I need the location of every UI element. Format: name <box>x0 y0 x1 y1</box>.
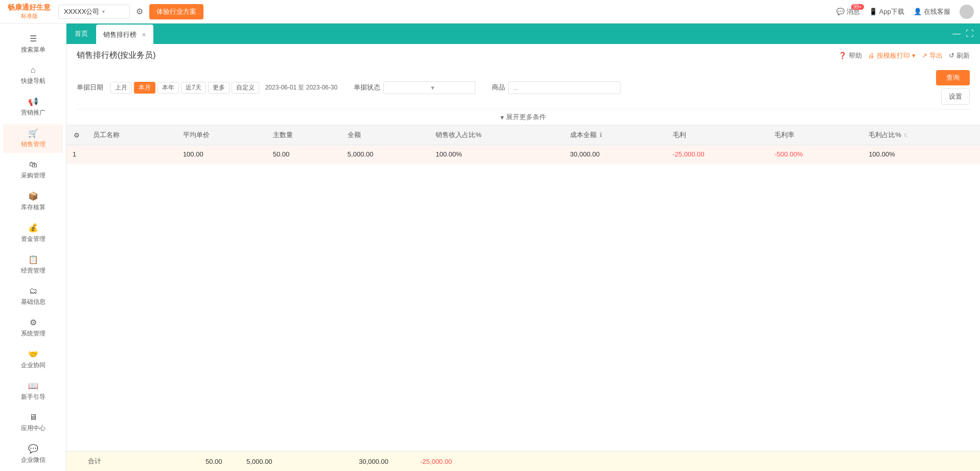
tab-sales-ranking[interactable]: 销售排行榜 ✕ <box>96 25 153 45</box>
sidebar-item-wechat[interactable]: 💬 企业微信 <box>3 440 63 468</box>
cell-rank: 1 <box>66 145 87 164</box>
search-menu-icon: ☰ <box>30 34 37 43</box>
sidebar-item-inventory[interactable]: 📦 库存核算 <box>3 187 63 216</box>
date-btn-last-month[interactable]: 上月 <box>110 82 132 94</box>
date-filter-group: 上月 本月 本年 近7天 更多 自定义 <box>110 82 259 94</box>
date-range-display: 2023-06-01 至 2023-06-30 <box>265 83 337 92</box>
app-download-button[interactable]: 📱 App下载 <box>869 7 904 16</box>
date-btn-this-month[interactable]: 本月 <box>134 82 155 94</box>
download-icon: 📱 <box>869 8 877 15</box>
expand-icon: ▾ <box>500 114 504 121</box>
avatar[interactable] <box>960 5 974 19</box>
company-name: XXXXX公司 <box>64 7 99 16</box>
sidebar: ☰ 搜索菜单 ⌂ 快捷导航 📢 营销推广 🛒 销售管理 🛍 采购管理 <box>0 24 66 471</box>
tab-home[interactable]: 首页 <box>66 24 96 44</box>
expand-more-button[interactable]: ▾ 展开更多条件 <box>500 113 546 122</box>
status-label: 单据状态 <box>354 83 380 92</box>
sidebar-item-system[interactable]: ⚙ 系统管理 <box>3 313 63 342</box>
sidebar-item-guide[interactable]: 📖 新手引导 <box>3 377 63 406</box>
messages-button[interactable]: 💬 消息 99+ <box>836 7 860 16</box>
footer-label: 合计 <box>73 457 165 466</box>
help-button[interactable]: ❓ 帮助 <box>838 51 862 60</box>
date-btn-this-year[interactable]: 本年 <box>157 82 179 94</box>
print-chevron-icon: ▾ <box>912 52 916 59</box>
trial-button[interactable]: 体验行业方案 <box>149 4 203 19</box>
cell-sales-pct: 100.00% <box>429 145 564 164</box>
refresh-button[interactable]: ↺ 刷新 <box>949 51 970 60</box>
sidebar-item-finance[interactable]: 💰 资金管理 <box>3 219 63 248</box>
basics-icon: 🗂 <box>29 286 37 296</box>
app-subtitle: 标准版 <box>21 12 38 20</box>
cell-gross-rate: -500.00% <box>768 145 862 164</box>
inventory-icon: 📦 <box>28 191 38 201</box>
chevron-down-icon: ▾ <box>102 9 105 14</box>
purchase-icon: 🛍 <box>29 160 37 169</box>
wechat-icon: 💬 <box>28 444 38 454</box>
app-logo: 畅康通好生意 标准版 <box>6 3 52 20</box>
col-main-qty: 主数量 <box>267 125 341 145</box>
appcenter-icon: 🖥 <box>29 413 37 422</box>
date-btn-custom[interactable]: 自定义 <box>232 82 259 94</box>
sidebar-item-marketing[interactable]: 📢 营销推广 <box>3 93 63 121</box>
col-cost: 成本全额 ℹ <box>564 125 666 145</box>
print-button[interactable]: 🖨 按模板打印 ▾ <box>868 51 916 60</box>
page-title: 销售排行榜(按业务员) <box>77 50 156 61</box>
table-footer: 合计 50.00 5,000.00 30,000.00 -25,000.00 <box>66 451 980 471</box>
status-select[interactable]: ▾ <box>383 81 475 94</box>
tab-maximize-icon[interactable]: ⛶ <box>966 29 974 38</box>
sidebar-item-appcenter[interactable]: 🖥 应用中心 <box>3 409 63 437</box>
refresh-icon: ↺ <box>949 52 954 59</box>
sales-icon: 🛒 <box>28 128 38 138</box>
print-icon: 🖨 <box>868 52 875 59</box>
goods-input[interactable]: ... <box>508 81 621 94</box>
online-service-button[interactable]: 👤 在线客服 <box>914 7 950 16</box>
cell-cost: 30,000.00 <box>564 145 666 164</box>
top-right-actions: 💬 消息 99+ 📱 App下载 👤 在线客服 <box>836 5 974 19</box>
sidebar-item-quicknav[interactable]: ⌂ 快捷导航 <box>3 61 63 89</box>
date-btn-7days[interactable]: 近7天 <box>181 82 206 94</box>
footer-cost: 30,000.00 <box>359 458 420 465</box>
cell-avg-price: 100.00 <box>177 145 267 164</box>
sidebar-item-operations[interactable]: 📋 经营管理 <box>3 251 63 279</box>
expand-more-row: ▾ 展开更多条件 <box>77 109 970 125</box>
cell-name <box>87 145 177 164</box>
sort-icon[interactable]: ⇅ <box>903 132 907 138</box>
tab-bar: 首页 销售排行榜 ✕ — ⛶ <box>66 24 980 44</box>
filter-settings-button[interactable]: 设置 <box>941 88 970 105</box>
col-amount: 全额 <box>341 125 430 145</box>
col-settings[interactable]: ⚙ <box>66 125 87 145</box>
date-btn-more[interactable]: 更多 <box>208 82 230 94</box>
sidebar-item-sales[interactable]: 🛒 销售管理 <box>3 124 63 153</box>
footer-main-qty: 50.00 <box>206 458 246 465</box>
page-actions: ❓ 帮助 🖨 按模板打印 ▾ ↗ 导出 <box>838 51 970 60</box>
sidebar-item-purchase[interactable]: 🛍 采购管理 <box>3 156 63 184</box>
export-icon: ↗ <box>922 52 927 59</box>
date-label: 单据日期 <box>77 83 107 92</box>
col-gross-pct: 毛利占比% ⇅ <box>862 125 980 145</box>
export-button[interactable]: ↗ 导出 <box>922 51 943 60</box>
company-selector[interactable]: XXXXX公司 ▾ <box>58 5 130 19</box>
sidebar-item-search[interactable]: ☰ 搜索菜单 <box>3 30 63 58</box>
goods-label: 商品 <box>492 83 505 92</box>
finance-icon: 💰 <box>28 223 38 233</box>
table-row: 1 100.00 50.00 5,000.00 100.00% 30,000.0… <box>66 145 980 164</box>
query-button[interactable]: 查询 <box>936 70 970 85</box>
col-name: 员工名称 <box>87 125 177 145</box>
collab-icon: 🤝 <box>28 349 38 359</box>
cost-info-icon[interactable]: ℹ <box>600 131 602 139</box>
message-badge: 99+ <box>851 4 864 10</box>
marketing-icon: 📢 <box>28 97 38 106</box>
data-table-container: ⚙ 员工名称 平均单价 主数量 全额 销售收入占比% 成本全额 ℹ 毛利 毛利率… <box>66 125 980 451</box>
tab-close-icon[interactable]: ✕ <box>142 32 146 38</box>
col-gross: 毛利 <box>667 125 768 145</box>
col-gross-rate: 毛利率 <box>768 125 862 145</box>
footer-gross: -25,000.00 <box>420 458 482 465</box>
message-icon: 💬 <box>836 8 845 15</box>
sidebar-item-basics[interactable]: 🗂 基础信息 <box>3 282 63 310</box>
sales-table: ⚙ 员工名称 平均单价 主数量 全额 销售收入占比% 成本全额 ℹ 毛利 毛利率… <box>66 125 980 164</box>
tab-minimize-icon[interactable]: — <box>952 29 961 38</box>
cell-amount: 5,000.00 <box>341 145 430 164</box>
settings-icon[interactable]: ⚙ <box>136 7 143 16</box>
sidebar-item-collaboration[interactable]: 🤝 企业协同 <box>3 345 63 374</box>
home-icon: ⌂ <box>31 65 36 75</box>
